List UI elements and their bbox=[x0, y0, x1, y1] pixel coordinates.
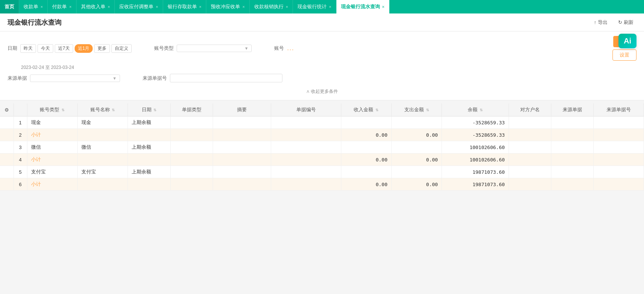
collapse-bar[interactable]: ∧ 收起更多条件 bbox=[8, 86, 636, 96]
col-source-doc-no: 来源单据号 bbox=[594, 103, 644, 116]
nav-cash-flow-close[interactable]: × bbox=[382, 4, 384, 9]
cell-doc-type bbox=[170, 178, 213, 191]
col-expense[interactable]: 支出金额 ⇅ bbox=[391, 103, 441, 116]
table-row[interactable]: 4小计0.000.00100102606.60 bbox=[0, 154, 644, 166]
nav-cash-stat[interactable]: 现金银行统计 × bbox=[293, 0, 336, 13]
nav-other-income[interactable]: 其他收入单 × bbox=[77, 0, 115, 13]
cell-expense bbox=[391, 116, 441, 129]
date-btn-today[interactable]: 今天 bbox=[38, 44, 53, 53]
ai-label: Ai bbox=[624, 37, 631, 45]
source-doc-select[interactable]: ▼ bbox=[30, 75, 120, 82]
col-date[interactable]: 日期 ⇅ bbox=[128, 103, 170, 116]
sort-balance-icon: ⇅ bbox=[480, 108, 483, 112]
cell-doc-type bbox=[170, 116, 213, 129]
cell-summary bbox=[213, 116, 271, 129]
cell-gear bbox=[0, 129, 14, 141]
ai-badge[interactable]: Ai bbox=[618, 34, 636, 48]
nav-receipt-close[interactable]: × bbox=[41, 4, 43, 9]
cell-income bbox=[341, 141, 391, 154]
filter-area: 日期 昨天 今天 近7天 近1月 更多 自定义 账号类型 ▼ 账号 ... bbox=[0, 31, 644, 100]
col-income[interactable]: 收入金额 ⇅ bbox=[341, 103, 391, 116]
cell-expense: 0.00 bbox=[391, 129, 441, 141]
nav-payment-label: 付款单 bbox=[52, 3, 67, 10]
export-button[interactable]: ↑ 导出 bbox=[591, 18, 611, 27]
col-account-name[interactable]: 账号名称 ⇅ bbox=[77, 103, 128, 116]
cell-account-name: 支付宝 bbox=[77, 166, 128, 178]
account-type-filter-group: 账号类型 ▼ bbox=[154, 45, 252, 52]
cell-income: 0.00 bbox=[341, 178, 391, 191]
nav-prepay-close[interactable]: × bbox=[242, 4, 245, 9]
date-btn-1month[interactable]: 近1月 bbox=[75, 44, 93, 53]
cell-income bbox=[341, 116, 391, 129]
cell-index: 2 bbox=[14, 129, 27, 141]
refresh-label: 刷新 bbox=[624, 19, 633, 26]
cell-account-name bbox=[77, 178, 128, 191]
col-index bbox=[14, 103, 27, 116]
collapse-icon: ∧ bbox=[306, 89, 310, 94]
export-label: 导出 bbox=[598, 19, 608, 26]
nav-prepay[interactable]: 预收冲应收单 × bbox=[206, 0, 249, 13]
table-row[interactable]: 2小计0.000.00-3528659.33 bbox=[0, 129, 644, 141]
nav-payment[interactable]: 付款单 × bbox=[48, 0, 76, 13]
cell-date: 上期余额 bbox=[128, 116, 170, 129]
date-btn-custom[interactable]: 自定义 bbox=[111, 44, 132, 53]
cell-counterpart bbox=[509, 129, 551, 141]
account-type-label: 账号类型 bbox=[154, 45, 174, 52]
nav-ar-adjust-close[interactable]: × bbox=[156, 4, 158, 9]
settings-button[interactable]: 设置 bbox=[612, 49, 636, 61]
cell-index: 5 bbox=[14, 166, 27, 178]
cell-summary bbox=[213, 166, 271, 178]
cell-source-doc bbox=[551, 116, 594, 129]
export-icon: ↑ bbox=[594, 19, 597, 25]
cell-doc-type bbox=[170, 141, 213, 154]
cell-source-doc-no bbox=[594, 178, 644, 191]
cell-account-name bbox=[77, 154, 128, 166]
col-gear[interactable]: ⚙ bbox=[0, 103, 14, 116]
cell-date bbox=[128, 129, 170, 141]
cell-account-name bbox=[77, 129, 128, 141]
cell-counterpart bbox=[509, 116, 551, 129]
table-row[interactable]: 5支付宝支付宝上期余额19871073.60 bbox=[0, 166, 644, 178]
cell-doc-type bbox=[170, 154, 213, 166]
date-btn-yesterday[interactable]: 昨天 bbox=[20, 44, 36, 53]
source-doc-no-input[interactable] bbox=[170, 74, 282, 82]
cell-summary bbox=[213, 141, 271, 154]
nav-bank-deposit-close[interactable]: × bbox=[199, 4, 201, 9]
col-balance[interactable]: 余额 ⇅ bbox=[442, 103, 509, 116]
header-actions: ↑ 导出 ↻ 刷新 bbox=[591, 18, 637, 27]
sort-account-name-icon: ⇅ bbox=[112, 108, 115, 112]
col-doc-no: 单据编号 bbox=[271, 103, 341, 116]
cell-income: 0.00 bbox=[341, 129, 391, 141]
nav-ar-adjust[interactable]: 应收应付调整单 × bbox=[115, 0, 163, 13]
date-btn-more[interactable]: 更多 bbox=[94, 44, 110, 53]
col-account-type[interactable]: 账号类型 ⇅ bbox=[27, 103, 77, 116]
table-row[interactable]: 6小计0.000.0019871073.60 bbox=[0, 178, 644, 191]
cell-source-doc-no bbox=[594, 166, 644, 178]
nav-write-off-close[interactable]: × bbox=[286, 4, 288, 9]
cell-doc-no bbox=[271, 141, 341, 154]
nav-other-income-label: 其他收入单 bbox=[81, 3, 105, 10]
date-btn-7days[interactable]: 近7天 bbox=[55, 44, 73, 53]
account-type-select[interactable]: ▼ bbox=[177, 45, 252, 52]
nav-bank-deposit-label: 银行存取款单 bbox=[168, 3, 197, 10]
cell-account-type: 小计 bbox=[27, 154, 77, 166]
table-row[interactable]: 3微信微信上期余额100102606.60 bbox=[0, 141, 644, 154]
cell-account-name: 微信 bbox=[77, 141, 128, 154]
nav-write-off[interactable]: 收款核销执行 × bbox=[250, 0, 293, 13]
sort-date-icon: ⇅ bbox=[153, 108, 156, 112]
nav-cash-flow[interactable]: 现金银行流水查询 × bbox=[336, 0, 389, 13]
table-row[interactable]: 1现金现金上期余额-3528659.33 bbox=[0, 116, 644, 129]
cell-source-doc-no bbox=[594, 154, 644, 166]
date-filter-group: 日期 昨天 今天 近7天 近1月 更多 自定义 bbox=[8, 44, 132, 53]
cell-expense bbox=[391, 141, 441, 154]
nav-payment-close[interactable]: × bbox=[69, 4, 71, 9]
dots-button[interactable]: ... bbox=[287, 45, 294, 52]
nav-cash-stat-close[interactable]: × bbox=[329, 4, 331, 9]
cell-income bbox=[341, 166, 391, 178]
refresh-button[interactable]: ↻ 刷新 bbox=[615, 18, 636, 27]
nav-home[interactable]: 首页 bbox=[0, 0, 19, 13]
nav-other-income-close[interactable]: × bbox=[108, 4, 110, 9]
nav-receipt[interactable]: 收款单 × bbox=[19, 0, 48, 13]
nav-bank-deposit[interactable]: 银行存取款单 × bbox=[163, 0, 206, 13]
top-nav: 首页 收款单 × 付款单 × 其他收入单 × 应收应付调整单 × 银行存取款单 … bbox=[0, 0, 644, 13]
